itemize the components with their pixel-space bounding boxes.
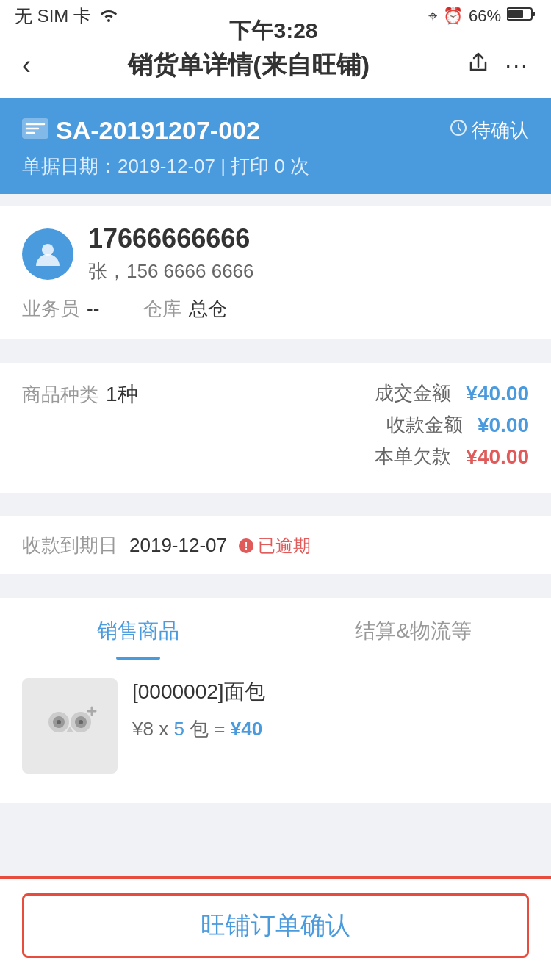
summary-card: 商品种类 1种 成交金额 ¥40.00 收款金额 ¥0.00 本单欠款 ¥40.… <box>0 363 551 493</box>
product-total: ¥40 <box>231 718 262 740</box>
received-amount-row: 收款金额 ¥0.00 <box>375 412 529 438</box>
due-date-value: 2019-12-07 <box>129 534 227 557</box>
location-icon: ⌖ <box>428 7 437 26</box>
deal-amount: ¥40.00 <box>466 382 529 406</box>
overdue-text: 已逾期 <box>258 534 311 558</box>
tab-settlement-logistics[interactable]: 结算&物流等 <box>276 598 551 660</box>
status-time: 下午3:28 <box>229 16 317 46</box>
customer-phone: 17666666666 <box>88 223 254 254</box>
owed-amount: ¥40.00 <box>466 445 529 469</box>
product-types: 商品种类 1种 <box>22 381 138 408</box>
alarm-icon: ⏰ <box>443 7 463 26</box>
salesperson-item: 业务员 -- <box>22 296 99 322</box>
tab-sales-products[interactable]: 销售商品 <box>0 598 276 660</box>
due-date-card: 收款到期日 2019-12-07 ! 已逾期 <box>0 516 551 574</box>
order-icon <box>22 116 48 145</box>
more-icon[interactable]: ··· <box>505 51 529 79</box>
status-badge: 待确认 <box>450 118 529 143</box>
confirm-button-wrap: 旺铺订单确认 <box>0 876 551 980</box>
product-info: [0000002]面包 ¥8 x 5 包 = ¥40 <box>132 678 529 742</box>
divider-3 <box>0 574 551 586</box>
header-card: SA-20191207-002 待确认 单据日期：2019-12-07 | 打印… <box>0 98 551 194</box>
product-price: ¥8 x 5 包 = ¥40 <box>132 716 529 742</box>
battery-icon <box>507 7 536 26</box>
status-bar-right: ⌖ ⏰ 66% <box>428 7 536 26</box>
deal-amount-row: 成交金额 ¥40.00 <box>375 381 529 406</box>
overdue-icon: ! <box>239 538 253 553</box>
owed-amount-row: 本单欠款 ¥40.00 <box>375 444 529 469</box>
summary-right: 成交金额 ¥40.00 收款金额 ¥0.00 本单欠款 ¥40.00 <box>375 381 529 475</box>
nav-right[interactable]: ··· <box>467 51 529 80</box>
warehouse-item: 仓库 总仓 <box>143 296 227 322</box>
product-list: [0000002]面包 ¥8 x 5 包 = ¥40 <box>0 660 551 803</box>
product-item: [0000002]面包 ¥8 x 5 包 = ¥40 <box>0 660 551 791</box>
divider-2 <box>0 493 551 505</box>
status-bar-left: 无 SIM 卡 <box>15 4 119 28</box>
svg-point-10 <box>57 720 61 724</box>
battery-text: 66% <box>469 7 501 26</box>
tab-bar: 销售商品 结算&物流等 <box>0 598 551 660</box>
customer-name: 张，156 6666 6666 <box>88 259 254 284</box>
share-icon[interactable] <box>467 51 490 80</box>
status-bar: 无 SIM 卡 下午3:28 ⌖ ⏰ 66% <box>0 0 551 32</box>
wifi-icon <box>98 6 119 26</box>
received-amount: ¥0.00 <box>478 414 529 437</box>
warehouse-value: 总仓 <box>189 296 227 322</box>
product-name: [0000002]面包 <box>132 678 529 706</box>
carrier-text: 无 SIM 卡 <box>15 4 91 28</box>
confirm-button[interactable]: 旺铺订单确认 <box>22 893 529 958</box>
divider-1 <box>0 339 551 351</box>
order-id: SA-20191207-002 <box>22 116 260 145</box>
svg-rect-2 <box>508 10 523 18</box>
order-date: 单据日期：2019-12-07 | 打印 0 次 <box>22 154 529 179</box>
svg-rect-1 <box>532 12 535 16</box>
svg-point-11 <box>79 720 83 724</box>
product-image <box>22 678 118 774</box>
nav-left[interactable]: ‹ <box>22 50 31 81</box>
clock-icon <box>450 119 467 142</box>
salesperson-value: -- <box>87 298 99 320</box>
customer-info-card: 17666666666 张，156 6666 6666 业务员 -- 仓库 总仓 <box>0 206 551 339</box>
avatar <box>22 228 73 280</box>
page-title: 销货单详情(来自旺铺) <box>128 48 370 82</box>
overdue-badge: ! 已逾期 <box>239 534 311 558</box>
svg-point-5 <box>42 244 54 256</box>
quantity: 5 <box>173 718 184 740</box>
back-button[interactable]: ‹ <box>22 50 31 81</box>
